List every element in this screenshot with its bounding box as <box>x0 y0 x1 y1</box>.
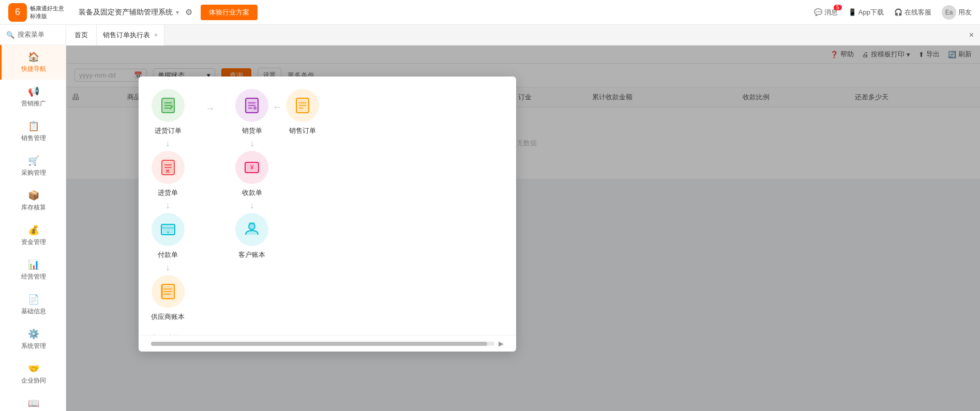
search-icon: 🔍 <box>6 31 14 39</box>
tab-sales-order[interactable]: 销售订单执行表 × <box>97 25 164 45</box>
flow-item-customer-ledger[interactable]: 客户账本 <box>235 213 268 260</box>
flow-label-payment: 付款单 <box>158 250 178 260</box>
sales-order-icon <box>286 89 319 122</box>
sidebar-item-guide[interactable]: 📖 新手引导 <box>0 391 66 411</box>
message-icon: 💬 <box>814 8 822 16</box>
service-icon: 🎧 <box>894 8 902 16</box>
avatar: Ea <box>942 5 956 20</box>
quick-nav-icon: 🏠 <box>28 51 39 63</box>
customer-ledger-icon <box>235 213 268 246</box>
purchase-order-icon <box>152 89 185 122</box>
message-button[interactable]: 💬 消息 5 <box>814 8 838 17</box>
svg-text:¥: ¥ <box>250 164 254 171</box>
system-icon: ⚙️ <box>28 328 39 340</box>
sidebar-item-label: 资金管理 <box>21 238 46 247</box>
tab-home[interactable]: 首页 <box>66 25 97 45</box>
marketing-icon: 📢 <box>28 86 39 97</box>
flow-item-supplier-ledger[interactable]: 供应商账本 <box>151 275 185 322</box>
sidebar-item-system[interactable]: ⚙️ 系统管理 <box>0 322 66 357</box>
enterprise-icon: 🤝 <box>28 363 39 374</box>
app-download-button[interactable]: 📱 App下载 <box>848 8 884 17</box>
sidebar-item-operations[interactable]: 📊 经营管理 <box>0 253 66 287</box>
flow-item-sales-bill[interactable]: 销货单 <box>235 89 268 135</box>
arrow-down-1: ↓ <box>165 139 170 148</box>
receipt-icon: ¥ <box>235 151 268 184</box>
svg-rect-35 <box>249 222 255 224</box>
tab-close-icon[interactable]: × <box>154 32 158 39</box>
flow-item-sales-order[interactable]: 销售订单 <box>286 89 319 135</box>
flow-label-supplier-ledger: 供应商账本 <box>151 312 185 322</box>
svg-text:¥: ¥ <box>166 230 169 235</box>
svg-rect-18 <box>161 285 163 298</box>
flow-label-purchase-bill: 进货单 <box>158 188 178 197</box>
operations-icon: 📊 <box>28 259 39 270</box>
guide-icon: 📖 <box>28 398 39 409</box>
sidebar-item-quick-nav[interactable]: 🏠 快捷导航 <box>0 45 66 80</box>
sidebar-item-label: 企业协同 <box>21 376 46 385</box>
sidebar-item-label: 经营管理 <box>21 272 46 281</box>
finance-icon: 💰 <box>28 224 39 236</box>
sidebar-item-label: 快捷导航 <box>21 65 46 73</box>
tab-close-all-icon[interactable]: × <box>969 31 974 40</box>
purchase-bill-icon <box>152 151 185 184</box>
sales-icon: 📋 <box>28 120 39 132</box>
settings-icon[interactable]: ⚙ <box>185 7 192 17</box>
sidebar-search[interactable]: 🔍 搜索菜单 <box>0 25 66 45</box>
arrow-down-4: ↓ <box>250 139 254 148</box>
arrow-down-3: ↓ <box>165 201 170 210</box>
online-service-button[interactable]: 🎧 在线客服 <box>894 8 931 17</box>
arrow-right-1: → <box>205 101 215 114</box>
modal-scrollbar[interactable]: ▶ <box>139 335 516 352</box>
svg-rect-11 <box>161 227 175 229</box>
flow-item-payment[interactable]: ¥ 付款单 <box>152 213 185 260</box>
sidebar-item-inventory[interactable]: 📦 库存核算 <box>0 184 66 218</box>
system-title: 装备及固定资产辅助管理系统 <box>79 8 173 17</box>
sidebar-item-label: 系统管理 <box>21 342 46 351</box>
arrow-left-1: ← <box>273 102 282 123</box>
arrow-down-5: ↓ <box>165 263 170 272</box>
sidebar-item-purchase[interactable]: 🛒 采购管理 <box>0 149 66 184</box>
message-badge: 5 <box>834 5 842 10</box>
flow-label-purchase-order: 进货订单 <box>155 126 182 135</box>
payment-icon: ¥ <box>152 213 185 246</box>
sales-bill-icon <box>235 89 268 122</box>
sidebar-item-label: 库存核算 <box>21 203 46 212</box>
inventory-icon: 📦 <box>28 190 39 201</box>
app-logo-icon: 6 <box>8 3 27 22</box>
flow-item-purchase-order[interactable]: 进货订单 <box>152 89 185 135</box>
app-logo-text: 畅康通好生意 标准版 <box>30 5 64 20</box>
svg-point-24 <box>253 106 257 110</box>
scroll-right-button[interactable]: ▶ <box>499 340 504 347</box>
sidebar-item-label: 营销推广 <box>21 99 46 108</box>
quick-nav-modal: 进货订单 ↓ 进货单 ↓ <box>139 77 516 352</box>
sidebar-item-label: 销售管理 <box>21 134 46 143</box>
modal-overlay[interactable]: 进货订单 ↓ 进货单 ↓ <box>66 45 980 411</box>
flow-label-receipt: 收款单 <box>242 188 262 197</box>
user-menu[interactable]: Ea 用友 <box>942 5 972 20</box>
scroll-thumb[interactable] <box>151 342 487 346</box>
sidebar-item-label: 基础信息 <box>21 307 46 316</box>
basic-info-icon: 📄 <box>28 294 39 305</box>
sidebar-item-finance[interactable]: 💰 资金管理 <box>0 218 66 253</box>
supplier-ledger-icon <box>152 275 185 308</box>
sidebar-item-sales[interactable]: 📋 销售管理 <box>0 114 66 149</box>
trial-button[interactable]: 体验行业方案 <box>201 5 258 20</box>
flow-item-purchase-bill[interactable]: 进货单 <box>152 151 185 197</box>
scroll-track <box>151 342 494 346</box>
flow-item-receipt[interactable]: ¥ 收款单 <box>235 151 268 197</box>
sidebar-item-marketing[interactable]: 📢 营销推广 <box>0 80 66 114</box>
purchase-icon: 🛒 <box>28 155 39 166</box>
sidebar-item-basic-info[interactable]: 📄 基础信息 <box>0 287 66 322</box>
arrow-down-6: ↓ <box>250 201 254 210</box>
system-dropdown-icon[interactable]: ▾ <box>176 9 179 16</box>
flow-label-customer-ledger: 客户账本 <box>238 250 265 260</box>
sidebar-item-enterprise[interactable]: 🤝 企业协同 <box>0 357 66 391</box>
flow-label-sales-bill: 销货单 <box>242 126 262 135</box>
sidebar-item-label: 采购管理 <box>21 169 46 177</box>
download-icon: 📱 <box>848 8 856 16</box>
flow-label-sales-order: 销售订单 <box>289 126 316 135</box>
